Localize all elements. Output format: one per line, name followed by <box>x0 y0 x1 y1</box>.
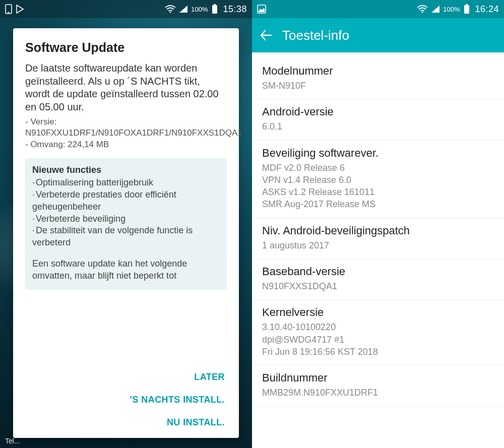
wifi-icon <box>417 5 428 13</box>
version-line: - Versie: N910FXXU1DRF1/N910FOXA1DRF1/N9… <box>25 116 227 139</box>
clock: 15:38 <box>223 4 247 15</box>
dialog-intro: De laatste softwareupdate kan worden geï… <box>25 62 227 113</box>
battery-icon <box>212 4 218 14</box>
setting-value-line: ASKS v1.2 Release 161011 <box>262 186 494 198</box>
setting-value-line: 3.10.40-10100220 <box>262 321 494 333</box>
install-now-button[interactable]: NU INSTALL. <box>165 414 227 431</box>
install-night-button[interactable]: 'S NACHTS INSTALL. <box>128 392 227 408</box>
app-bar: Toestel-info <box>252 18 504 52</box>
battery-percent: 100% <box>443 6 460 13</box>
svg-rect-7 <box>466 4 468 5</box>
settings-list[interactable]: ModelnummerSM-N910FAndroid-versie6.0.1Be… <box>252 52 504 448</box>
clock: 16:24 <box>475 4 499 15</box>
modal-container: Software Update De laatste softwareupdat… <box>0 18 252 448</box>
svg-rect-1 <box>8 12 10 13</box>
screenshot-icon <box>257 5 266 14</box>
setting-label: Niv. Android-beveiligingspatch <box>262 224 494 237</box>
feature-item: Verbeterde prestaties door efficiënt geh… <box>32 189 220 213</box>
svg-rect-3 <box>214 4 216 5</box>
later-button[interactable]: LATER <box>192 369 227 386</box>
left-phone: 100% 15:38 Software Update De laatste so… <box>0 0 252 448</box>
wifi-icon <box>165 5 176 13</box>
svg-point-6 <box>422 12 423 13</box>
setting-row[interactable]: Kernelversie3.10.40-10100220dpi@SWDG4717… <box>252 300 504 365</box>
setting-label: Modelnummer <box>262 65 494 78</box>
setting-value-line: MDF v2.0 Release 6 <box>262 162 494 174</box>
setting-value-line: SMR Aug-2017 Release MS <box>262 198 494 210</box>
right-phone: 100% 16:24 Toestel-info ModelnummerSM-N9… <box>252 0 504 448</box>
setting-label: Baseband-versie <box>262 265 494 278</box>
status-bar-right: 100% 16:24 <box>252 0 504 18</box>
feature-item: Verbeterde beveiliging <box>32 213 220 225</box>
setting-label: Beveiliging softwarever. <box>262 147 494 160</box>
battery-percent: 100% <box>191 6 208 13</box>
setting-value-line: dpi@SWDG4717 #1 <box>262 334 494 346</box>
dialog-title: Software Update <box>25 40 227 55</box>
dialog-actions: LATER 'S NACHTS INSTALL. NU INSTALL. <box>25 360 227 431</box>
software-update-dialog: Software Update De laatste softwareupdat… <box>13 28 239 438</box>
signal-icon <box>179 5 188 13</box>
setting-value-line: 6.0.1 <box>262 120 494 133</box>
status-bar-left: 100% 15:38 <box>0 0 252 18</box>
dialog-details: - Versie: N910FXXU1DRF1/N910FOXA1DRF1/N9… <box>25 116 227 150</box>
app-bar-title: Toestel-info <box>282 28 349 43</box>
setting-row[interactable]: ModelnummerSM-N910F <box>252 58 504 99</box>
back-button[interactable] <box>259 29 272 42</box>
setting-row[interactable]: Android-versie6.0.1 <box>252 99 504 140</box>
feature-item: Optimalisering batterijgebruik <box>32 177 220 189</box>
setting-value: SM-N910F <box>262 80 494 92</box>
setting-value-line: N910FXXS1DQA1 <box>262 280 494 292</box>
svg-point-2 <box>170 12 171 13</box>
play-store-icon <box>16 5 24 14</box>
feature-item: De stabiliteit van de volgende functie i… <box>32 225 220 249</box>
setting-label: Buildnummer <box>262 371 494 385</box>
setting-row[interactable]: Beveiliging softwarever.MDF v2.0 Release… <box>252 141 504 218</box>
battery-icon <box>464 4 470 14</box>
device-icon <box>5 4 12 14</box>
setting-value: MMB29M.N910FXXU1DRF1 <box>262 387 494 399</box>
dock-label: Tel... <box>5 437 20 445</box>
setting-value: 6.0.1 <box>262 120 494 133</box>
features-title: Nieuwe functies <box>32 164 220 176</box>
features-box: Nieuwe functies Optimalisering batterijg… <box>25 158 227 290</box>
setting-row[interactable]: BuildnummerMMB29M.N910FXXU1DRF1 <box>252 365 504 406</box>
size-line: - Omvang: 224,14 MB <box>25 139 227 150</box>
setting-value: 1 augustus 2017 <box>262 239 494 251</box>
setting-value-line: 1 augustus 2017 <box>262 239 494 251</box>
svg-rect-4 <box>212 5 217 14</box>
setting-label: Kernelversie <box>262 306 494 319</box>
setting-row[interactable]: Baseband-versieN910FXXS1DQA1 <box>252 259 504 300</box>
features-trail: Een software update kan het volgende omv… <box>32 258 220 282</box>
setting-value-line: VPN v1.4 Release 6.0 <box>262 174 494 186</box>
setting-value: N910FXXS1DQA1 <box>262 280 494 292</box>
setting-value-line: SM-N910F <box>262 80 494 92</box>
setting-value-line: MMB29M.N910FXXU1DRF1 <box>262 387 494 399</box>
setting-value: 3.10.40-10100220dpi@SWDG4717 #1Fri Jun 8… <box>262 321 494 358</box>
setting-value: MDF v2.0 Release 6VPN v1.4 Release 6.0AS… <box>262 162 494 211</box>
signal-icon <box>431 5 440 13</box>
setting-row[interactable]: Niv. Android-beveiligingspatch1 augustus… <box>252 218 504 259</box>
setting-value-line: Fri Jun 8 19:16:56 KST 2018 <box>262 346 494 358</box>
setting-label: Android-versie <box>262 105 494 118</box>
svg-rect-8 <box>464 5 469 14</box>
